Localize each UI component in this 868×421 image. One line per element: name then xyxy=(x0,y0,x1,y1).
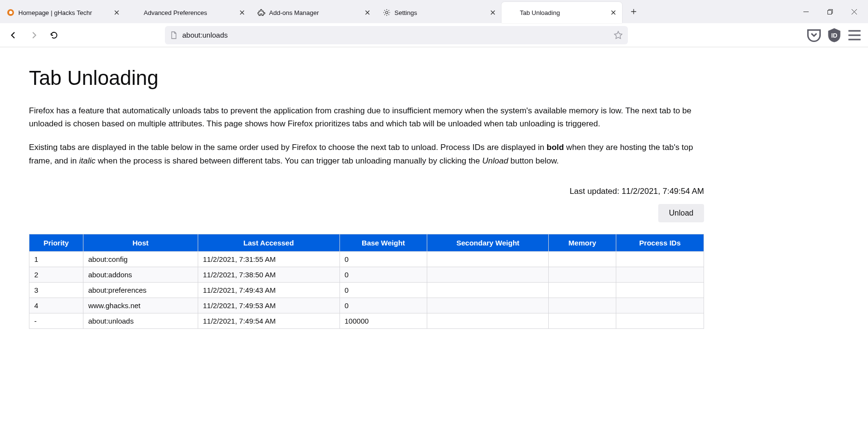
url-text: about:unloads xyxy=(182,31,609,39)
blank-icon xyxy=(508,9,516,16)
col-memory-header: Memory xyxy=(549,234,616,251)
col-secondary-weight-header: Secondary Weight xyxy=(427,234,549,251)
col-priority-header: Priority xyxy=(29,234,83,251)
cell-last_accessed: 11/2/2021, 7:38:50 AM xyxy=(198,267,339,282)
col-base-weight-header: Base Weight xyxy=(339,234,427,251)
tab-title: Add-ons Manager xyxy=(269,9,360,16)
cell-process_ids xyxy=(616,251,704,267)
minimize-button[interactable] xyxy=(794,1,818,22)
puzzle-icon xyxy=(258,9,265,16)
ghacks-icon xyxy=(7,9,14,16)
shield-button[interactable]: ID xyxy=(826,27,843,44)
cell-last_accessed: 11/2/2021, 7:49:53 AM xyxy=(198,298,339,313)
window-controls xyxy=(794,1,866,22)
svg-point-1 xyxy=(386,12,388,14)
col-process-ids-header: Process IDs xyxy=(616,234,704,251)
blank-icon xyxy=(132,9,140,16)
col-host-header: Host xyxy=(83,234,198,251)
col-last-accessed-header: Last Accessed xyxy=(198,234,339,251)
tab-close-icon[interactable] xyxy=(238,9,246,16)
cell-base_weight: 0 xyxy=(339,251,427,267)
cell-secondary_weight xyxy=(427,251,549,267)
cell-priority: 1 xyxy=(29,251,83,267)
page-icon xyxy=(170,31,177,39)
cell-host: about:unloads xyxy=(83,313,198,328)
tab-title: Homepage | gHacks Techr xyxy=(18,9,109,16)
cell-process_ids xyxy=(616,267,704,282)
intro-paragraph-1: Firefox has a feature that automatically… xyxy=(29,104,704,130)
tab-strip: Homepage | gHacks Techr Advanced Prefere… xyxy=(0,0,868,23)
cell-secondary_weight xyxy=(427,267,549,282)
cell-memory xyxy=(549,282,616,298)
tab-close-icon[interactable] xyxy=(113,9,121,16)
cell-process_ids xyxy=(616,282,704,298)
cell-host: about:config xyxy=(83,251,198,267)
cell-process_ids xyxy=(616,298,704,313)
table-row: 1about:config11/2/2021, 7:31:55 AM0 xyxy=(29,251,704,267)
svg-text:ID: ID xyxy=(831,32,838,39)
menu-button[interactable] xyxy=(846,27,863,44)
close-window-button[interactable] xyxy=(842,1,866,22)
cell-last_accessed: 11/2/2021, 7:49:43 AM xyxy=(198,282,339,298)
table-row: 3about:preferences11/2/2021, 7:49:43 AM0 xyxy=(29,282,704,298)
pocket-button[interactable] xyxy=(805,27,823,44)
tab-ghacks[interactable]: Homepage | gHacks Techr xyxy=(0,2,125,23)
table-row: 2about:addons11/2/2021, 7:38:50 AM0 xyxy=(29,267,704,282)
cell-process_ids xyxy=(616,313,704,328)
back-button[interactable] xyxy=(5,27,22,44)
reload-button[interactable] xyxy=(45,27,63,44)
cell-memory xyxy=(549,313,616,328)
cell-memory xyxy=(549,251,616,267)
cell-secondary_weight xyxy=(427,298,549,313)
cell-secondary_weight xyxy=(427,313,549,328)
tab-settings[interactable]: Settings xyxy=(376,2,502,23)
tabs-table: Priority Host Last Accessed Base Weight … xyxy=(29,234,704,329)
tab-title: Tab Unloading xyxy=(520,9,606,16)
intro-paragraph-2: Existing tabs are displayed in the table… xyxy=(29,141,704,167)
cell-priority: 2 xyxy=(29,267,83,282)
cell-last_accessed: 11/2/2021, 7:49:54 AM xyxy=(198,313,339,328)
cell-priority: 4 xyxy=(29,298,83,313)
cell-memory xyxy=(549,298,616,313)
cell-base_weight: 100000 xyxy=(339,313,427,328)
nav-toolbar: about:unloads ID xyxy=(0,23,868,47)
cell-priority: 3 xyxy=(29,282,83,298)
tab-advanced-preferences[interactable]: Advanced Preferences xyxy=(125,2,251,23)
table-row: -about:unloads11/2/2021, 7:49:54 AM10000… xyxy=(29,313,704,328)
meta-row: Last updated: 11/2/2021, 7:49:54 AM Unlo… xyxy=(29,187,704,222)
tab-title: Settings xyxy=(394,9,485,16)
new-tab-button[interactable] xyxy=(626,4,641,19)
forward-button[interactable] xyxy=(25,27,42,44)
page-content: Tab Unloading Firefox has a feature that… xyxy=(0,47,733,348)
tab-addons-manager[interactable]: Add-ons Manager xyxy=(251,2,376,23)
cell-last_accessed: 11/2/2021, 7:31:55 AM xyxy=(198,251,339,267)
svg-rect-2 xyxy=(827,10,831,14)
cell-base_weight: 0 xyxy=(339,282,427,298)
tab-close-icon[interactable] xyxy=(610,9,617,16)
url-bar[interactable]: about:unloads xyxy=(165,26,628,44)
maximize-button[interactable] xyxy=(818,1,842,22)
last-updated: Last updated: 11/2/2021, 7:49:54 AM xyxy=(570,187,704,196)
cell-priority: - xyxy=(29,313,83,328)
bookmark-star-icon[interactable] xyxy=(613,30,623,40)
cell-base_weight: 0 xyxy=(339,298,427,313)
gear-icon xyxy=(383,9,391,16)
table-row: 4www.ghacks.net11/2/2021, 7:49:53 AM0 xyxy=(29,298,704,313)
cell-host: about:preferences xyxy=(83,282,198,298)
tab-unloading[interactable]: Tab Unloading xyxy=(502,2,622,23)
cell-base_weight: 0 xyxy=(339,267,427,282)
cell-secondary_weight xyxy=(427,282,549,298)
cell-host: about:addons xyxy=(83,267,198,282)
tab-title: Advanced Preferences xyxy=(144,9,234,16)
unload-button[interactable]: Unload xyxy=(658,204,704,222)
page-title: Tab Unloading xyxy=(29,67,704,90)
cell-host: www.ghacks.net xyxy=(83,298,198,313)
tab-close-icon[interactable] xyxy=(489,9,497,16)
tab-close-icon[interactable] xyxy=(364,9,371,16)
cell-memory xyxy=(549,267,616,282)
